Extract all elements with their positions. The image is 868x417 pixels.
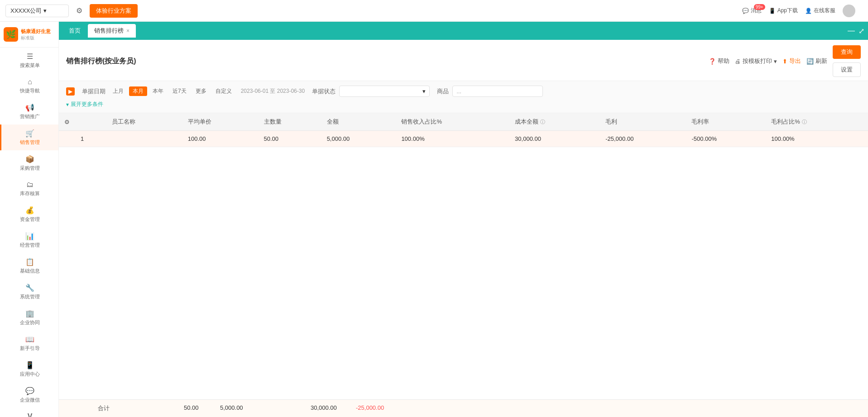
- sidebar-label-apps: 应用中心: [20, 371, 40, 378]
- app-container: XXXXX公司 ▾ ⚙ 体验行业方案 💬 消息 99+ 📱 App下载 👤 在线…: [0, 0, 868, 417]
- sidebar-item-guide[interactable]: 📖 新手引导: [0, 331, 58, 356]
- sidebar-item-finance[interactable]: 💰 资金管理: [0, 201, 58, 227]
- filter-date-item: 单据日期 上月 本月 本年 近7天 更多 自定义 2023-06-01 至 20…: [82, 86, 305, 96]
- sidebar-item-apps[interactable]: 📱 应用中心: [0, 356, 58, 382]
- system-icon: 🔧: [25, 283, 34, 292]
- sidebar-item-quick-nav[interactable]: ⌂ 快捷导航: [0, 73, 58, 99]
- date-tab-more[interactable]: 更多: [192, 86, 210, 96]
- footer-profit-cell: -25,000.00: [350, 404, 396, 412]
- refresh-btn[interactable]: 🔄 刷新: [806, 57, 827, 65]
- sidebar-item-inventory[interactable]: 🗂 库存核算: [0, 176, 58, 201]
- help-btn[interactable]: ❓ 帮助: [709, 57, 729, 65]
- service-icon: 👤: [805, 8, 812, 14]
- status-select[interactable]: ▾: [339, 86, 430, 97]
- app-download-item[interactable]: 📱 App下载: [769, 7, 798, 14]
- sidebar-item-system[interactable]: 🔧 系统管理: [0, 279, 58, 305]
- date-tab-last-month[interactable]: 上月: [109, 86, 127, 96]
- export-btn[interactable]: ⬆ 导出: [782, 57, 801, 65]
- page-header: 销售排行榜(按业务员) ❓ 帮助 🖨 按模板打印 ▾ ⬆: [59, 40, 868, 81]
- query-button[interactable]: 查询: [833, 45, 861, 59]
- sidebar-label-guide: 新手引导: [20, 345, 40, 352]
- cost-help-icon[interactable]: ⓘ: [540, 119, 545, 125]
- sidebar-item-operations[interactable]: 📊 经营管理: [0, 227, 58, 253]
- goods-input[interactable]: ...: [452, 86, 543, 97]
- print-chevron-icon: ▾: [774, 58, 777, 65]
- help-icon: ❓: [709, 58, 716, 65]
- footer-label-cell: 合计: [92, 404, 138, 412]
- th-profit-pct: 毛利占比% ⓘ: [766, 113, 868, 131]
- sidebar-item-purchase[interactable]: 📦 采购管理: [0, 150, 58, 176]
- footer-cost-cell: 30,000.00: [305, 404, 350, 412]
- date-tab-7days[interactable]: 近7天: [169, 86, 190, 96]
- footer-profit-value: -25,000.00: [356, 404, 384, 411]
- sidebar-item-marketing[interactable]: 📢 营销推广: [0, 99, 58, 125]
- chevron-down-icon: ▾: [43, 7, 47, 14]
- tab-close-icon[interactable]: ×: [126, 28, 129, 34]
- sidebar-nav: ☰ 搜索菜单 ⌂ 快捷导航 📢 营销推广 🛒 销售管理 📦 采购管理: [0, 48, 58, 417]
- date-tab-custom[interactable]: 自定义: [212, 86, 235, 96]
- sidebar-logo: 🌿 畅康通好生意 标准版: [0, 22, 58, 48]
- tab-sales-ranking[interactable]: 销售排行榜 ×: [88, 24, 136, 38]
- sidebar-label-inventory: 库存核算: [20, 190, 40, 197]
- td-qty: 50.00: [259, 131, 321, 147]
- operations-icon: 📊: [25, 232, 34, 240]
- date-tabs: 上月 本月 本年 近7天 更多 自定义: [109, 86, 235, 96]
- tab-bar-right: — ⤢: [848, 27, 864, 35]
- footer-settings-cell: [64, 404, 79, 412]
- td-employee: [106, 131, 182, 147]
- expand-chevron-icon: ▾: [66, 101, 69, 108]
- settings-button[interactable]: 设置: [833, 62, 861, 77]
- page-content: 销售排行榜(按业务员) ❓ 帮助 🖨 按模板打印 ▾ ⬆: [59, 40, 868, 417]
- td-cost: 30,000.00: [509, 131, 600, 147]
- tab-active-label: 销售排行榜: [94, 27, 124, 35]
- member-icon: V: [28, 412, 33, 417]
- sidebar-item-search-order[interactable]: ☰ 搜索菜单: [0, 48, 58, 73]
- tab-home[interactable]: 首页: [62, 24, 87, 38]
- avatar[interactable]: [843, 5, 855, 17]
- sidebar-item-member[interactable]: V 畅会员: [0, 408, 58, 417]
- tab-maximize-icon[interactable]: ⤢: [858, 27, 864, 35]
- expand-arrow-btn[interactable]: ▶: [66, 87, 75, 96]
- footer-total-label: 合计: [98, 405, 110, 412]
- message-icon-item[interactable]: 💬 消息 99+: [742, 7, 762, 14]
- sidebar-item-basics[interactable]: 📋 基础信息: [0, 253, 58, 279]
- menu-icon: ☰: [27, 52, 33, 61]
- filter-expand-icon[interactable]: ▶: [66, 87, 75, 96]
- status-label: 单据状态: [312, 87, 336, 96]
- online-service-item[interactable]: 👤 在线客服: [805, 7, 835, 14]
- filter-area: ▶ 单据日期 上月 本月 本年 近7天 更多 自定义: [59, 81, 868, 113]
- date-tab-this-year[interactable]: 本年: [149, 86, 167, 96]
- goods-label: 商品: [437, 87, 449, 96]
- print-btn[interactable]: 🖨 按模板打印 ▾: [735, 57, 777, 65]
- print-icon: 🖨: [735, 58, 741, 65]
- td-profit-rate: -500.00%: [686, 131, 766, 147]
- td-profit-pct: 100.00%: [766, 131, 868, 147]
- th-settings: ⚙: [59, 113, 75, 131]
- td-sales-pct: 100.00%: [396, 131, 509, 147]
- guide-icon: 📖: [25, 335, 34, 344]
- footer-qty-cell: 50.00: [178, 404, 215, 412]
- company-selector[interactable]: XXXXX公司 ▾: [5, 5, 69, 17]
- tab-minimize-icon[interactable]: —: [848, 27, 855, 35]
- th-amount: 全额: [321, 113, 396, 131]
- message-icon: 💬: [742, 8, 749, 14]
- sidebar-item-enterprise[interactable]: 🏢 企业协同: [0, 305, 58, 331]
- settings-icon-btn[interactable]: ⚙: [72, 4, 86, 18]
- profit-pct-help-icon[interactable]: ⓘ: [802, 119, 807, 125]
- sidebar-label-operations: 经营管理: [20, 242, 40, 249]
- date-tab-this-month[interactable]: 本月: [129, 86, 147, 96]
- inventory-icon: 🗂: [26, 181, 34, 189]
- message-badge: 99+: [754, 4, 765, 10]
- trial-button[interactable]: 体验行业方案: [90, 4, 138, 18]
- status-chevron-icon: ▾: [422, 88, 426, 95]
- column-settings-icon[interactable]: ⚙: [64, 119, 70, 125]
- expand-more-btn[interactable]: ▾ 展开更多条件: [66, 101, 861, 108]
- sidebar-item-wechat[interactable]: 💬 企业微信: [0, 382, 58, 408]
- sidebar-item-sales[interactable]: 🛒 销售管理: [0, 125, 58, 150]
- top-bar-right: 💬 消息 99+ 📱 App下载 👤 在线客服: [742, 5, 863, 17]
- finance-icon: 💰: [25, 206, 34, 215]
- sidebar-label-enterprise: 企业协同: [20, 319, 40, 326]
- logo-icon: 🌿: [4, 27, 18, 42]
- service-label: 在线客服: [814, 7, 835, 14]
- footer-amount-cell: 5,000.00: [215, 404, 255, 412]
